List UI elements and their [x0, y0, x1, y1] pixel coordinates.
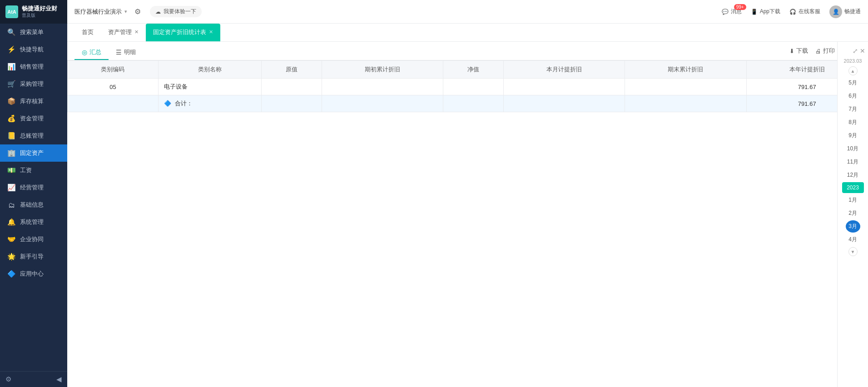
sub-tab-detail-label: 明细 [124, 48, 136, 56]
experience-label: 我要体验一下 [164, 8, 196, 15]
tab-asset-mgmt-label: 资产管理 [108, 28, 132, 36]
salary-icon: 💵 [7, 166, 15, 174]
date-month-2[interactable]: 2月 [842, 207, 864, 219]
sidebar-item-label: 应用中心 [20, 270, 44, 278]
book-icon: 📒 [7, 132, 15, 140]
sidebar-footer: ⚙ ◀ [0, 371, 67, 387]
total-net [443, 95, 503, 112]
online-service-button[interactable]: 🎧 在线客服 [789, 8, 820, 15]
year-2023-badge[interactable]: 2023 [842, 182, 864, 193]
messages-button[interactable]: 💬 消息 99+ [722, 8, 742, 15]
chevron-down-icon: ▾ [124, 9, 127, 15]
cloud-icon: ☁ [155, 9, 161, 15]
cell-monthly [503, 79, 625, 95]
star-icon: 🌟 [7, 253, 15, 261]
sidebar-item-basic-info[interactable]: 🗂 基础信息 [0, 196, 67, 213]
app-download-button[interactable]: 📱 App下载 [751, 8, 780, 15]
date-panel-close-icon[interactable]: ✕ [860, 47, 865, 55]
date-panel-header: ⤢ ✕ [838, 45, 868, 56]
print-button[interactable]: 🖨 打印 [815, 47, 835, 55]
user-profile[interactable]: 👤 畅捷通 [829, 5, 861, 18]
sidebar-item-search[interactable]: 🔍 搜索菜单 [0, 24, 67, 41]
date-month-10[interactable]: 10月 [842, 143, 864, 155]
settings-icon[interactable]: ⚙ [5, 375, 11, 383]
sidebar-item-ledger[interactable]: 📒 总账管理 [0, 127, 67, 144]
sidebar-item-system[interactable]: 🔔 系统管理 [0, 213, 67, 231]
sidebar-item-sales[interactable]: 📊 销售管理 [0, 58, 67, 75]
total-initial [322, 95, 443, 112]
col-name: 类别名称 [158, 61, 262, 79]
print-label: 打印 [823, 47, 835, 55]
col-initial-accumulated: 期初累计折旧 [322, 61, 443, 79]
download-icon: ⬇ [789, 48, 794, 55]
total-empty [68, 95, 159, 112]
date-month-3-selected[interactable]: 3月 [846, 220, 860, 233]
sidebar-item-fixed-assets[interactable]: 🏢 固定资产 [0, 144, 67, 162]
cell-initial-accumulated [322, 79, 443, 95]
sidebar-nav: 🔍 搜索菜单 ⚡ 快捷导航 📊 销售管理 🛒 采购管理 📦 库存核算 💰 资金管… [0, 24, 67, 371]
company-selector[interactable]: 医疗器械行业演示 ▾ [74, 8, 127, 16]
tab-depreciation-close-icon[interactable]: ✕ [209, 29, 213, 35]
chart-icon: 📊 [7, 63, 15, 71]
col-code: 类别编码 [68, 61, 159, 79]
sidebar-item-guide[interactable]: 🌟 新手引导 [0, 248, 67, 265]
download-button[interactable]: ⬇ 下载 [789, 47, 808, 55]
collapse-icon[interactable]: ◀ [56, 375, 62, 383]
cell-name: 电子设备 [158, 79, 262, 95]
scroll-up-button[interactable]: ▲ [848, 66, 858, 75]
sidebar-item-quick-nav[interactable]: ⚡ 快捷导航 [0, 41, 67, 58]
sub-tab-summary-label: 汇总 [89, 48, 101, 56]
sub-tab-detail[interactable]: ☰ 明细 [109, 45, 143, 60]
tab-home[interactable]: 首页 [74, 24, 101, 41]
tab-depreciation-label: 固定资产折旧统计表 [153, 28, 206, 36]
tab-asset-mgmt[interactable]: 资产管理 ✕ [101, 24, 146, 41]
sidebar-item-purchase[interactable]: 🛒 采购管理 [0, 75, 67, 93]
sidebar-item-finance[interactable]: 💰 资金管理 [0, 110, 67, 127]
topbar-right: 💬 消息 99+ 📱 App下载 🎧 在线客服 👤 畅捷通 [722, 5, 861, 18]
cell-code: 05 [68, 79, 159, 95]
sidebar-item-label: 企业协同 [20, 235, 44, 243]
sidebar-item-inventory[interactable]: 📦 库存核算 [0, 93, 67, 110]
sidebar-item-enterprise[interactable]: 🤝 企业协同 [0, 231, 67, 248]
sidebar-item-label: 系统管理 [20, 218, 44, 226]
expand-icon[interactable]: ⤢ [853, 47, 858, 55]
sidebar-item-label: 采购管理 [20, 80, 44, 88]
date-month-8[interactable]: 8月 [842, 116, 864, 129]
date-month-6[interactable]: 6月 [842, 90, 864, 102]
date-month-12[interactable]: 12月 [842, 169, 864, 181]
tab-depreciation[interactable]: 固定资产折旧统计表 ✕ [146, 24, 220, 41]
summary-icon: ◎ [82, 49, 87, 56]
date-month-1[interactable]: 1月 [842, 194, 864, 206]
table-header-row: 类别编码 类别名称 原值 期初累计折旧 净值 本月计提折旧 期末累计折旧 本年计… [68, 61, 868, 79]
col-period-end: 期末累计折旧 [625, 61, 746, 79]
sidebar-item-label: 快捷导航 [20, 45, 44, 54]
settings-gear-icon[interactable]: ⚙ [134, 7, 141, 16]
cart-icon: 🛒 [7, 80, 15, 88]
date-month-11[interactable]: 11月 [842, 156, 864, 168]
search-icon: 🔍 [7, 28, 15, 36]
handshake-icon: 🤝 [7, 235, 15, 243]
content-area: ◎ 汇总 ☰ 明细 ⬇ 下载 🖨 打印 ↻ 刷新 [67, 42, 868, 387]
apps-icon: 🔷 [7, 270, 15, 278]
date-month-4[interactable]: 4月 [842, 233, 864, 246]
date-month-7[interactable]: 7月 [842, 103, 864, 115]
experience-button[interactable]: ☁ 我要体验一下 [150, 6, 202, 17]
sidebar-item-ops[interactable]: 📈 经营管理 [0, 179, 67, 196]
col-monthly: 本月计提折旧 [503, 61, 625, 79]
sidebar-item-app-center[interactable]: 🔷 应用中心 [0, 265, 67, 283]
table-row: 05 电子设备 791.67 [68, 79, 868, 95]
main-area: 医疗器械行业演示 ▾ ⚙ ☁ 我要体验一下 💬 消息 99+ 📱 App下载 🎧… [67, 0, 868, 387]
sub-tab-summary[interactable]: ◎ 汇总 [74, 45, 109, 60]
date-month-5[interactable]: 5月 [842, 77, 864, 89]
avatar: 👤 [829, 5, 842, 18]
detail-icon: ☰ [116, 49, 122, 56]
sidebar-item-salary[interactable]: 💵 工资 [0, 162, 67, 179]
date-month-9[interactable]: 9月 [842, 129, 864, 142]
app-logo: AtA [5, 5, 18, 18]
sidebar-item-label: 固定资产 [20, 149, 44, 157]
sidebar-item-label: 经营管理 [20, 184, 44, 192]
message-icon: 💬 [722, 9, 729, 15]
tab-asset-mgmt-close-icon[interactable]: ✕ [134, 29, 139, 35]
tab-home-label: 首页 [82, 28, 94, 36]
scroll-down-button[interactable]: ▼ [848, 247, 858, 256]
